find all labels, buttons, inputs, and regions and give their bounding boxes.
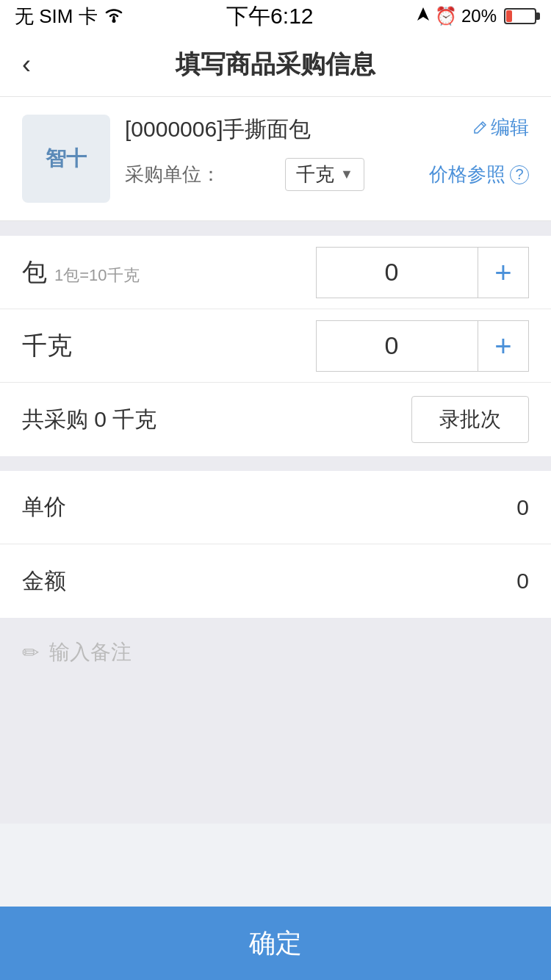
back-button[interactable]: ‹ [22,42,38,87]
bag-sub-label: 1包=10千克 [54,264,140,287]
summary-total: 共采购 0 千克 [22,405,156,435]
unit-price-row: 单价 0 [0,471,551,544]
battery-icon [504,8,536,24]
unit-selector[interactable]: 千克 ▼ [285,158,364,191]
svg-point-0 [112,19,115,23]
edit-button[interactable]: 编辑 [472,115,529,140]
page-title: 填写商品采购信息 [176,48,375,82]
confirm-button[interactable]: 确定 [0,907,551,980]
status-bar-left: 无 SIM 卡 [15,4,124,29]
input-section: 包 1包=10千克 + 千克 + 共采购 0 千克 录批次 [0,236,551,456]
kg-plus-button[interactable]: + [478,320,529,372]
amount-value: 0 [516,569,529,594]
bag-input-row: 包 1包=10千克 + [0,236,551,309]
help-icon: ? [510,165,529,184]
remark-placeholder: 输入备注 [49,638,132,666]
dropdown-arrow-icon: ▼ [340,167,353,182]
price-reference-button[interactable]: 价格参照 ? [429,162,529,187]
product-thumbnail: 智十 [22,115,110,203]
time-label: 下午6:12 [226,1,313,32]
nav-bar: ‹ 填写商品采购信息 [0,32,551,97]
location-icon [416,6,431,26]
battery-percent: 20% [461,6,497,26]
amount-label: 金额 [22,566,66,597]
unit-price-label: 单价 [22,492,66,522]
record-batch-button[interactable]: 录批次 [411,396,529,443]
bag-label: 包 [22,256,47,289]
carrier-label: 无 SIM 卡 [15,4,98,29]
product-name: [0000006]手撕面包 [125,115,472,145]
summary-row: 共采购 0 千克 录批次 [0,383,551,456]
info-section: 单价 0 金额 0 [0,471,551,618]
bag-plus-button[interactable]: + [478,247,529,298]
product-card: 智十 [0000006]手撕面包 编辑 采购单位： 千克 ▼ [0,97,551,221]
amount-row: 金额 0 [0,544,551,618]
unit-price-value: 0 [516,495,529,520]
unit-label: 采购单位： [125,162,220,187]
pencil-icon: ✏ [22,641,39,665]
section-divider-2 [0,456,551,471]
bag-quantity-input[interactable] [316,247,478,298]
wifi-icon [104,5,124,28]
kg-quantity-input[interactable] [316,320,478,372]
status-bar-right: ⏰ 20% [416,6,536,26]
kg-input-row: 千克 + [0,309,551,383]
status-bar: 无 SIM 卡 下午6:12 ⏰ 20% [0,0,551,32]
section-divider-1 [0,221,551,236]
product-info: [0000006]手撕面包 编辑 采购单位： 千克 ▼ 价格参照 ? [125,115,529,191]
footer-area: 确定 [0,907,551,980]
alarm-icon: ⏰ [435,6,457,26]
remark-section[interactable]: ✏ 输入备注 [0,618,551,824]
kg-label: 千克 [22,329,72,363]
